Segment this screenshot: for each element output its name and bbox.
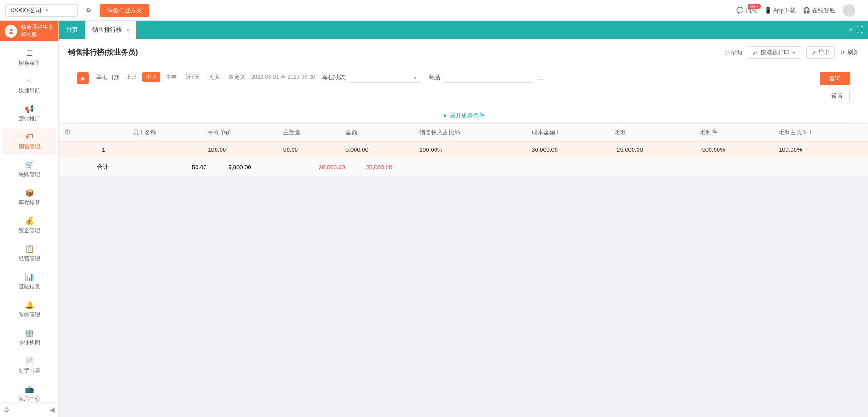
help-button[interactable]: ? 帮助 [725,48,742,57]
active-tab-label: 销售排行榜 [92,26,122,34]
col-profit_rate: 毛利率 [695,124,773,142]
date-tab-更多[interactable]: 更多 [205,72,223,82]
tab-bar: 首页 销售排行榜 × × ⛶ [59,21,868,39]
table-footer: 合计 50.00 5,000.00 30,000.00 -25,000.00 [59,158,868,176]
sidebar-marketing-icon: 📢 [25,105,34,113]
sidebar-operations-icon: 📋 [25,244,34,253]
sidebar-system-icon: 🔔 [25,301,34,309]
goods-input[interactable] [443,72,533,83]
page-header-section: 销售排行榜(按业务员) ? 帮助 🖨 按模板打印 ▼ [59,39,868,123]
cell-name-0 [127,142,202,158]
sidebar-search-icon: ☰ [26,49,33,58]
setting-button[interactable]: 设置 [825,89,850,103]
filter-main-row: ▶ 单据日期 上月本月本年近7天更多自定义 2023-06-01 至 2023-… [77,72,850,109]
svg-point-0 [10,29,12,31]
col-avg_price: 平均单价 [202,124,278,142]
sidebar-purchase-label: 采购管理 [19,171,40,178]
status-filter: 单据状态 [322,72,421,83]
sidebar-item-sales[interactable]: 🏷销售管理 [3,128,56,155]
expand-more-button[interactable]: ▼ 展开更多条件 [442,111,485,120]
window-expand-button[interactable]: ⛶ [856,26,863,34]
app-download-button[interactable]: 📱 App下载 [764,6,796,14]
print-button[interactable]: 🖨 按模板打印 ▼ [748,46,801,59]
page-title: 销售排行榜(按业务员) [68,48,138,58]
cell-rank-0: 1 [96,142,127,158]
filter-toggle-icon: ▶ [81,75,85,81]
sidebar-inventory-label: 库存核算 [19,199,40,206]
sidebar-purchase-icon: 🛒 [25,160,34,169]
col-qty: 主数量 [278,124,340,142]
help-cost-icon[interactable]: ℹ [557,129,559,135]
footer-label: 合计 [97,163,151,171]
message-button[interactable]: 💬 消息 99+ [736,6,757,14]
sidebar-item-search[interactable]: ☰搜索菜单 [3,44,56,72]
sidebar-app-center-icon: 📺 [25,385,34,393]
sidebar-item-marketing[interactable]: 📢营销推广 [3,100,56,127]
sidebar-item-finance[interactable]: 💰资金管理 [3,212,56,239]
more-fields-icon[interactable]: ... [536,74,544,81]
filter-toggle-button[interactable]: ▶ [77,72,89,84]
status-select[interactable] [349,72,421,83]
cell-avg_price-0: 100.00 [202,142,278,158]
date-tab-本年[interactable]: 本年 [162,72,180,82]
content-area: 首页 销售排行榜 × × ⛶ 销售排行榜(按业务员) [59,21,868,417]
sidebar-app-center-label: 应用中心 [19,395,40,402]
sidebar-finance-label: 资金管理 [19,227,40,235]
query-button[interactable]: 查询 [820,72,850,85]
sidebar-logo: 畅康通好生意 标准版 [0,21,58,42]
main-content: 销售排行榜(按业务员) ? 帮助 🖨 按模板打印 ▼ [59,39,868,417]
sidebar-enterprise-label: 企业协同 [19,339,40,347]
expand-bar: ▼ 展开更多条件 [77,109,850,123]
col-settings-icon[interactable]: ⚙ [64,129,71,136]
help-label: 帮助 [730,48,742,57]
logo-text: 畅康通好生意 标准版 [21,24,53,38]
sidebar-system-label: 系统管理 [19,311,40,319]
footer-cost-cell: 30,000.00 [319,164,364,171]
settings-icon[interactable]: ⚙ [82,4,95,17]
avatar[interactable] [843,4,855,17]
sidebar-settings-icon[interactable]: ⚙ [4,406,10,413]
sidebar-item-quick-nav[interactable]: ⌂快捷导航 [3,72,56,99]
sidebar-collapse-icon[interactable]: ◀ [50,406,55,413]
tab-close-icon[interactable]: × [126,27,129,33]
sidebar-item-inventory[interactable]: 📦库存核算 [3,184,56,211]
headset-icon: 🎧 [803,7,810,14]
online-service-button[interactable]: 🎧 在线客服 [803,6,835,14]
col-settings[interactable]: ⚙ [59,124,96,142]
sidebar-item-purchase[interactable]: 🛒采购管理 [3,156,56,183]
sidebar-item-system[interactable]: 🔔系统管理 [3,296,56,323]
export-button[interactable]: ↗ 导出 [806,46,835,59]
sidebar-sales-label: 销售管理 [19,143,40,150]
sidebar-item-app-center[interactable]: 📺应用中心 [3,380,56,402]
status-filter-label: 单据状态 [322,73,346,81]
app-download-label: App下载 [773,6,796,14]
sidebar-quick-nav-icon: ⌂ [27,77,32,85]
cell-profit_rate-0: -500.00% [695,142,773,158]
sidebar-sales-icon: 🏷 [26,133,33,141]
sidebar-item-operations[interactable]: 📋经营管理 [3,240,56,267]
date-tab-近7天[interactable]: 近7天 [182,72,203,82]
tab-sales-ranking[interactable]: 销售排行榜 × [85,21,136,39]
sidebar-marketing-label: 营销推广 [19,115,40,123]
refresh-button[interactable]: ↺ 刷新 [840,48,859,57]
sidebar-item-basic-info[interactable]: 📊基础信息 [3,268,56,295]
sidebar-item-enterprise[interactable]: 🏢企业协同 [3,324,56,351]
footer-profit-cell: -25,000.00 [364,164,405,171]
trial-button[interactable]: 体验行业方案 [100,4,149,17]
tab-home[interactable]: 首页 [59,21,85,39]
company-selector[interactable]: XXXXX公司 ▼ [5,4,78,17]
window-close-button[interactable]: × [849,26,853,34]
message-badge: 99+ [748,4,761,9]
sidebar-guide-label: 新手引导 [19,367,40,375]
print-label: 按模板打印 [760,48,790,57]
filter-fields: 单据日期 上月本月本年近7天更多自定义 2023-06-01 至 2023-06… [96,72,813,83]
goods-filter: 商品 ... [428,72,544,83]
sidebar-item-guide[interactable]: 📄新手引导 [3,352,56,379]
sidebar-basic-info-label: 基础信息 [19,283,40,291]
date-tab-本月[interactable]: 本月 [142,72,160,82]
help-profit_pct-icon[interactable]: ℹ [810,129,811,135]
date-tab-自定义[interactable]: 自定义 [225,72,249,82]
date-tabs: 上月本月本年近7天更多自定义 [122,72,249,82]
cell-qty-0: 50.00 [278,142,340,158]
date-tab-上月[interactable]: 上月 [122,72,140,82]
